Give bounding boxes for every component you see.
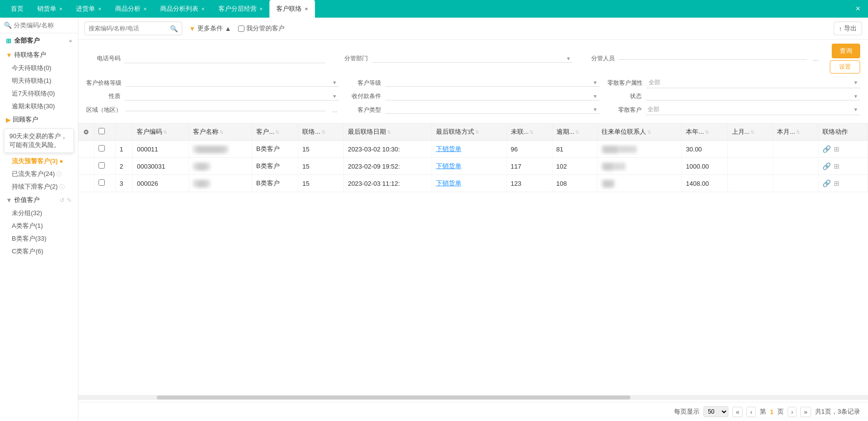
action-grid-icon[interactable]: ⊞	[834, 179, 840, 187]
sidebar-all-customers[interactable]: ⊞ 全部客户 «	[0, 33, 78, 48]
sort-contact-icon: ⇅	[321, 129, 325, 135]
action-grid-icon[interactable]: ⊞	[834, 162, 840, 170]
zero-customer-select[interactable]: 全部 ▼	[646, 104, 860, 115]
action-link-icon[interactable]: 🔗	[822, 179, 831, 187]
col-checkbox[interactable]	[94, 124, 116, 141]
last-page-button[interactable]: »	[800, 407, 811, 417]
tab-customer-contact[interactable]: 客户联络 ×	[269, 0, 314, 18]
col-type[interactable]: 客户...⇅	[252, 124, 298, 141]
customer-type-select[interactable]: ▼	[385, 106, 600, 114]
action-grid-icon[interactable]: ⊞	[834, 145, 840, 153]
search-input[interactable]	[89, 25, 170, 32]
row-last-contact-method[interactable]: 下销货单	[432, 141, 506, 158]
row-select-checkbox[interactable]	[98, 162, 105, 169]
close-purchase-tab[interactable]: ×	[98, 6, 101, 12]
row-checkbox[interactable]	[94, 175, 116, 192]
row-last-month	[727, 158, 773, 175]
sidebar-item-lost-warning[interactable]: 流失预警客户(3) ●	[0, 155, 78, 168]
sidebar-search-input[interactable]	[14, 22, 78, 29]
filter-phone: 电话号码	[86, 54, 326, 63]
search-icon[interactable]: 🔍	[170, 25, 178, 32]
select-all-checkbox[interactable]	[98, 128, 105, 134]
tab-customer-tier[interactable]: 客户分层经营 ×	[212, 0, 269, 18]
refresh-icon[interactable]: ↺	[59, 197, 65, 204]
sidebar-group-lost-title[interactable]: ▶ 回顾客户	[0, 113, 78, 126]
filter-panel: 电话号码 分管部门 ▼ 分管人员 ...	[78, 40, 868, 124]
row-last-contact-method[interactable]: 下销货单	[432, 158, 506, 175]
col-settings[interactable]: ⚙	[78, 124, 94, 141]
row-select-checkbox[interactable]	[98, 145, 105, 151]
col-last-contact-date[interactable]: 最后联络日期⇅	[344, 124, 432, 141]
nature-select[interactable]: ▼	[124, 93, 339, 100]
row-checkbox[interactable]	[94, 141, 116, 158]
col-overdue[interactable]: 逾期...⇅	[552, 124, 598, 141]
next-page-button[interactable]: ›	[788, 407, 796, 417]
col-no-contact[interactable]: 未联...⇅	[506, 124, 552, 141]
sidebar-item-c-class[interactable]: C类客户(6)	[0, 245, 78, 258]
per-page-select[interactable]: 50 100 200	[703, 406, 728, 417]
sidebar-item-declining[interactable]: 持续下滑客户(2) ⓘ	[0, 180, 78, 193]
tab-analysis[interactable]: 商品分析 ×	[108, 0, 153, 18]
row-settings	[78, 175, 94, 192]
row-index: 2	[116, 158, 133, 175]
customer-level-select[interactable]: ▼	[385, 79, 600, 87]
sidebar-item-tomorrow-pending[interactable]: 明天待联络(1)	[0, 74, 78, 87]
col-action: 联络动作	[819, 124, 868, 141]
horizontal-scrollbar[interactable]	[78, 395, 868, 400]
my-customers-checkbox-container[interactable]: 我分管的客户	[238, 24, 285, 33]
status-select[interactable]: ▼	[646, 93, 860, 100]
sidebar-item-already-lost[interactable]: 已流失客户(24) ⓘ	[0, 168, 78, 180]
action-link-icon[interactable]: 🔗	[822, 145, 831, 153]
price-level-select[interactable]: ▼	[125, 79, 339, 87]
tab-sales[interactable]: 销货单 ×	[30, 0, 69, 18]
first-page-button[interactable]: «	[732, 407, 743, 417]
sidebar-item-overdue-pending[interactable]: 逾期未联络(30)	[0, 100, 78, 113]
row-settings	[78, 141, 94, 158]
sidebar-group-value[interactable]: ▼ 价值客户 ↺ ✎	[0, 193, 78, 207]
sidebar-item-today-pending[interactable]: 今天待联络(0)	[0, 62, 78, 74]
prev-page-button[interactable]: ‹	[747, 407, 755, 417]
area-select[interactable]	[125, 109, 326, 111]
col-this-year[interactable]: 本年...⇅	[682, 124, 727, 141]
person-select[interactable]	[619, 57, 807, 60]
col-this-month[interactable]: 本月...⇅	[773, 124, 819, 141]
person-dots[interactable]: ...	[811, 55, 820, 62]
edit-icon[interactable]: ✎	[67, 197, 72, 204]
row-checkbox[interactable]	[94, 158, 116, 175]
table-row: 3 000026 ██ B类客户 15 2023-02-03 11:12: 下销…	[78, 175, 868, 192]
query-button[interactable]: 查询	[832, 44, 860, 58]
sidebar-item-a-class[interactable]: A类客户(1)	[0, 220, 78, 232]
close-all-tabs[interactable]: ×	[852, 4, 864, 13]
col-last-contact-method[interactable]: 最后联络方式⇅	[432, 124, 506, 141]
close-analysis-tab[interactable]: ×	[144, 6, 146, 12]
close-analysis-list-tab[interactable]: ×	[201, 6, 204, 12]
close-sales-tab[interactable]: ×	[59, 6, 62, 12]
payment-select[interactable]: ▼	[385, 93, 600, 100]
phone-input[interactable]	[124, 54, 326, 63]
col-code[interactable]: 客户编码⇅	[133, 124, 189, 141]
more-filter-button[interactable]: ▼ 更多条件 ▲	[186, 24, 234, 33]
tab-purchase[interactable]: 进货单 ×	[69, 0, 108, 18]
sidebar-group-pending[interactable]: ▼ 待联络客户	[0, 48, 78, 62]
tab-analysis-list[interactable]: 商品分析列表 ×	[153, 0, 211, 18]
tab-home[interactable]: 首页	[4, 0, 30, 18]
action-link-icon[interactable]: 🔗	[822, 162, 831, 170]
close-customer-contact-tab[interactable]: ×	[305, 6, 308, 12]
zero-attr-arrow: ▼	[853, 80, 858, 85]
col-contact-person[interactable]: 往来单位联系人⇅	[598, 124, 682, 141]
col-last-month[interactable]: 上月...⇅	[727, 124, 773, 141]
row-select-checkbox[interactable]	[98, 179, 105, 186]
col-name[interactable]: 客户名称⇅	[189, 124, 252, 141]
row-last-contact-method[interactable]: 下销货单	[432, 175, 506, 192]
zero-attr-select[interactable]: 全部 ▼	[647, 77, 860, 88]
sidebar-item-b-class[interactable]: B类客户(33)	[0, 232, 78, 245]
export-button[interactable]: ↑ 导出	[834, 22, 863, 35]
dept-select[interactable]: ▼	[372, 55, 573, 63]
col-contact[interactable]: 联络...⇅	[298, 124, 344, 141]
area-dots[interactable]: ...	[330, 106, 339, 114]
sidebar-item-7day-pending[interactable]: 近7天待联络(0)	[0, 87, 78, 100]
settings-button[interactable]: 设置	[830, 60, 860, 74]
close-customer-tier-tab[interactable]: ×	[260, 6, 263, 12]
my-customers-checkbox[interactable]	[238, 25, 244, 32]
sidebar-item-ungroup[interactable]: 未分组(32)	[0, 207, 78, 220]
